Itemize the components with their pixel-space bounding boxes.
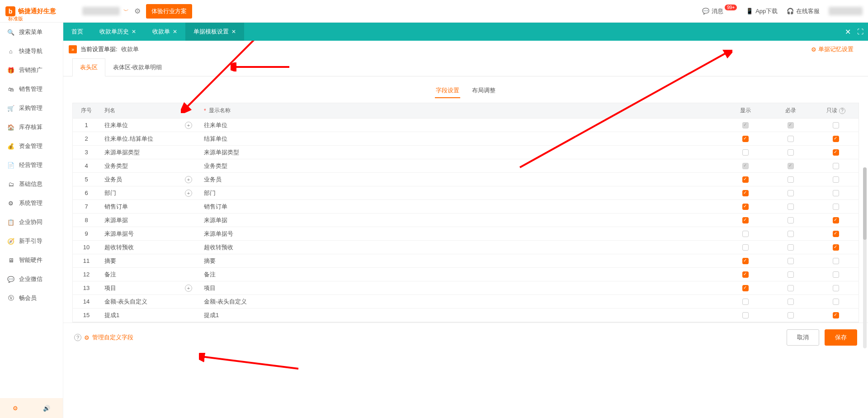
- checkbox[interactable]: [788, 312, 794, 318]
- checkbox[interactable]: [833, 163, 839, 169]
- memory-settings-link[interactable]: ⚙ 单据记忆设置: [811, 45, 863, 53]
- checkbox[interactable]: [833, 190, 839, 196]
- checkbox[interactable]: [788, 136, 794, 142]
- plus-icon[interactable]: +: [185, 190, 192, 197]
- checkbox[interactable]: [788, 149, 794, 156]
- checkbox[interactable]: [833, 312, 839, 318]
- sidebar-item[interactable]: 🎁营销推广: [0, 61, 63, 80]
- cell-display[interactable]: 结算单位: [199, 135, 723, 143]
- cell-display[interactable]: 往来单位: [199, 121, 723, 129]
- sidebar-item[interactable]: 🛒采购管理: [0, 99, 63, 118]
- area-tab-body[interactable]: 表体区-收款单明细: [105, 58, 170, 76]
- checkbox[interactable]: [742, 231, 749, 237]
- sidebar-item[interactable]: 🛍销售管理: [0, 80, 63, 99]
- cell-display[interactable]: 来源单据类型: [199, 148, 723, 157]
- close-icon[interactable]: ✕: [173, 28, 177, 35]
- messages-link[interactable]: 💬 消息 99+: [702, 7, 737, 15]
- checkbox[interactable]: [833, 122, 839, 128]
- checkbox[interactable]: [788, 258, 794, 264]
- checkbox[interactable]: [833, 231, 839, 237]
- checkbox[interactable]: [742, 312, 749, 318]
- sidebar-item[interactable]: 📋企业协同: [0, 213, 63, 232]
- checkbox[interactable]: [833, 258, 839, 264]
- cell-display[interactable]: 提成1: [199, 311, 723, 319]
- checkbox[interactable]: [788, 244, 794, 251]
- sidebar-item[interactable]: 🏠库存核算: [0, 118, 63, 137]
- sidebar-item[interactable]: 🖥智能硬件: [0, 251, 63, 270]
- sidebar-item[interactable]: 🔍搜索菜单: [0, 23, 63, 42]
- checkbox[interactable]: [788, 299, 794, 305]
- checkbox[interactable]: [833, 217, 839, 223]
- checkbox[interactable]: [742, 217, 749, 223]
- cell-display[interactable]: 业务员: [199, 176, 723, 184]
- sidebar-item[interactable]: 🗂基础信息: [0, 175, 63, 194]
- cell-display[interactable]: 部门: [199, 189, 723, 197]
- plus-icon[interactable]: +: [185, 176, 192, 183]
- page-tab[interactable]: 收款单历史✕: [91, 23, 144, 41]
- user-info-blurred[interactable]: XXXX: [829, 7, 863, 15]
- cell-display[interactable]: 项目: [199, 284, 723, 292]
- sidebar-item[interactable]: ⌂快捷导航: [0, 42, 63, 61]
- checkbox[interactable]: [742, 285, 749, 291]
- help-icon[interactable]: ?: [839, 108, 845, 114]
- try-industry-button[interactable]: 体验行业方案: [146, 4, 192, 19]
- checkbox[interactable]: [742, 271, 749, 278]
- plus-icon[interactable]: +: [185, 122, 192, 129]
- close-all-icon[interactable]: ✕: [845, 28, 851, 36]
- volume-icon[interactable]: 🔊: [43, 405, 50, 412]
- area-tab-header[interactable]: 表头区: [72, 58, 105, 76]
- checkbox[interactable]: [788, 217, 794, 223]
- page-tab[interactable]: 单据模板设置✕: [185, 23, 244, 41]
- cell-display[interactable]: 备注: [199, 271, 723, 279]
- checkbox[interactable]: [742, 244, 749, 251]
- inner-tab-layout[interactable]: 布局调整: [471, 84, 496, 98]
- app-download-link[interactable]: 📱 App下载: [746, 7, 778, 15]
- inner-tab-fields[interactable]: 字段设置: [435, 84, 460, 98]
- checkbox[interactable]: [833, 244, 839, 251]
- online-service-link[interactable]: 🎧 在线客服: [787, 7, 820, 15]
- collapse-handle-icon[interactable]: »: [69, 45, 77, 53]
- sidebar-item[interactable]: 📄经营管理: [0, 156, 63, 175]
- checkbox[interactable]: [742, 299, 749, 305]
- checkbox[interactable]: [833, 176, 839, 183]
- gear-icon[interactable]: ⚙: [134, 7, 141, 15]
- checkbox[interactable]: [742, 136, 749, 142]
- sidebar-item[interactable]: ⚙系统管理: [0, 194, 63, 213]
- checkbox[interactable]: [833, 299, 839, 305]
- cell-display[interactable]: 来源单据号: [199, 230, 723, 238]
- cell-display[interactable]: 销售订单: [199, 203, 723, 211]
- checkbox[interactable]: [788, 190, 794, 196]
- sidebar-item[interactable]: 💬企业微信: [0, 270, 63, 289]
- cell-display[interactable]: 摘要: [199, 257, 723, 265]
- checkbox[interactable]: [833, 271, 839, 278]
- manage-custom-fields-link[interactable]: ? ⚙ 管理自定义字段: [74, 333, 133, 342]
- page-tab[interactable]: 首页: [63, 23, 91, 41]
- checkbox[interactable]: [833, 285, 839, 291]
- cell-display[interactable]: 来源单据: [199, 216, 723, 224]
- checkbox[interactable]: [788, 176, 794, 183]
- settings-icon[interactable]: ⚙: [13, 405, 18, 412]
- checkbox[interactable]: [833, 204, 839, 210]
- checkbox[interactable]: [742, 190, 749, 196]
- checkbox[interactable]: [788, 231, 794, 237]
- fullscreen-icon[interactable]: ⛶: [857, 28, 863, 35]
- checkbox[interactable]: [833, 149, 839, 156]
- close-icon[interactable]: ✕: [132, 28, 136, 35]
- plus-icon[interactable]: +: [185, 285, 192, 292]
- page-tab[interactable]: 收款单✕: [144, 23, 185, 41]
- close-icon[interactable]: ✕: [231, 28, 236, 35]
- checkbox[interactable]: [742, 149, 749, 156]
- save-button[interactable]: 保存: [825, 329, 857, 346]
- sidebar-item[interactable]: 🧭新手引导: [0, 232, 63, 251]
- sidebar-item[interactable]: Ⓥ畅会员: [0, 289, 63, 308]
- checkbox[interactable]: [788, 271, 794, 278]
- checkbox[interactable]: [788, 285, 794, 291]
- org-selector[interactable]: XXXXX ﹀: [82, 7, 129, 15]
- cell-display[interactable]: 金额-表头自定义: [199, 298, 723, 306]
- checkbox[interactable]: [788, 204, 794, 210]
- sidebar-item[interactable]: 💰资金管理: [0, 137, 63, 156]
- checkbox[interactable]: [742, 204, 749, 210]
- cell-display[interactable]: 业务类型: [199, 162, 723, 170]
- checkbox[interactable]: [742, 258, 749, 264]
- checkbox[interactable]: [833, 136, 839, 142]
